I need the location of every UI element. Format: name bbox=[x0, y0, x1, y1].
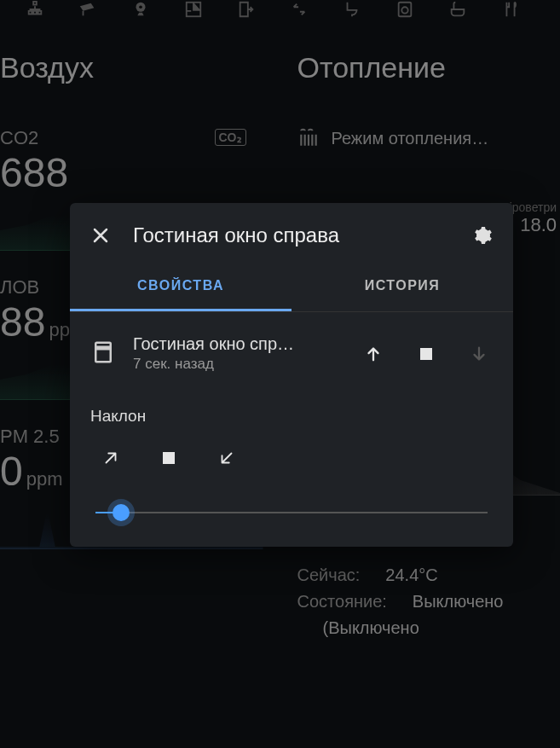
stop-icon bbox=[420, 348, 432, 360]
entity-name: Гостиная окно спр… bbox=[133, 334, 343, 354]
gear-icon bbox=[472, 225, 493, 246]
cover-close-button bbox=[465, 340, 493, 368]
dialog-tabs: СВОЙСТВА ИСТОРИЯ bbox=[70, 263, 513, 312]
settings-button[interactable] bbox=[471, 223, 494, 247]
arrow-down-left-icon bbox=[217, 449, 236, 467]
tilt-label: Наклон bbox=[90, 407, 493, 426]
arrow-down-icon bbox=[470, 345, 488, 363]
cover-open-button[interactable] bbox=[360, 340, 387, 368]
slider-track bbox=[95, 512, 488, 513]
window-icon bbox=[90, 339, 116, 368]
stop-icon bbox=[163, 452, 175, 464]
entity-dialog: Гостиная окно справа СВОЙСТВА ИСТОРИЯ Го… bbox=[70, 203, 513, 547]
tilt-open-button[interactable] bbox=[99, 446, 123, 470]
arrow-up-right-icon bbox=[101, 449, 120, 467]
svg-rect-5 bbox=[95, 342, 111, 362]
dialog-title: Гостиная окно справа bbox=[133, 223, 450, 247]
tilt-slider[interactable] bbox=[90, 504, 493, 521]
slider-thumb[interactable] bbox=[113, 504, 130, 521]
close-icon bbox=[90, 225, 111, 246]
tab-properties[interactable]: СВОЙСТВА bbox=[70, 263, 292, 311]
arrow-up-icon bbox=[364, 345, 383, 363]
cover-stop-button[interactable] bbox=[413, 340, 440, 368]
tilt-stop-button[interactable] bbox=[157, 446, 181, 470]
entity-time: 7 сек. назад bbox=[133, 356, 343, 373]
tab-history[interactable]: ИСТОРИЯ bbox=[292, 263, 513, 311]
tilt-close-button[interactable] bbox=[215, 446, 239, 470]
entity-row: Гостиная окно спр… 7 сек. назад bbox=[90, 334, 493, 373]
close-button[interactable] bbox=[89, 223, 113, 247]
